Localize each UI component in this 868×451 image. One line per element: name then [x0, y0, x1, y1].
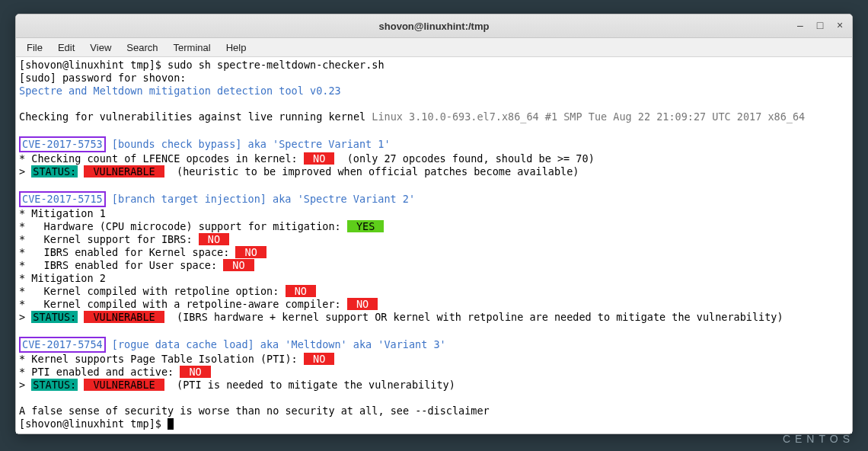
- status-prefix: >: [19, 311, 31, 323]
- yes-badge: YES: [347, 220, 385, 232]
- vulnerable-badge: VULNERABLE: [84, 379, 164, 391]
- vulnerable-badge: VULNERABLE: [84, 311, 164, 323]
- prompt: [shovon@linuxhint tmp]$: [19, 59, 168, 71]
- cve2-hw-line: * Hardware (CPU microcode) support for m…: [19, 220, 347, 232]
- desktop-branding: CENTOS: [783, 433, 854, 445]
- cve-2017-5754-desc: [rogue data cache load] aka 'Meltdown' a…: [106, 338, 446, 350]
- menu-terminal[interactable]: Terminal: [166, 40, 219, 55]
- no-badge: NO: [304, 353, 335, 365]
- mitigation-2: * Mitigation 2: [19, 272, 106, 284]
- tool-header: Spectre and Meltdown mitigation detectio…: [19, 85, 341, 97]
- status-label: STATUS:: [31, 311, 78, 323]
- cve-2017-5754-box: CVE-2017-5754: [19, 337, 106, 353]
- minimize-button[interactable]: –: [793, 18, 808, 33]
- no-badge: NO: [199, 233, 230, 245]
- cve-2017-5715-desc: [branch target injection] aka 'Spectre V…: [106, 193, 415, 205]
- no-badge: NO: [304, 152, 335, 165]
- window-title: shovon@linuxhint:/tmp: [379, 21, 490, 32]
- vulnerable-badge: VULNERABLE: [84, 165, 164, 178]
- cve2-ibrs-kernel-line: * IBRS enabled for Kernel space:: [19, 246, 235, 258]
- no-badge: NO: [347, 298, 378, 310]
- cve1-check-line: * Checking count of LFENCE opcodes in ke…: [19, 152, 304, 165]
- cve-2017-5753-id: CVE-2017-5753: [22, 138, 103, 150]
- menu-edit[interactable]: Edit: [50, 40, 82, 55]
- cve3-pti-enabled-line: * PTI enabled and active:: [19, 366, 180, 378]
- cve-2017-5753-box: CVE-2017-5753: [19, 136, 106, 152]
- maximize-button[interactable]: □: [812, 18, 828, 33]
- terminal-content[interactable]: [shovon@linuxhint tmp]$ sudo sh spectre-…: [16, 57, 852, 433]
- mitigation-1: * Mitigation 1: [19, 207, 106, 219]
- status-prefix: >: [19, 379, 31, 391]
- no-badge: NO: [286, 285, 317, 297]
- window-controls: – □ ×: [793, 18, 847, 33]
- status-label: STATUS:: [31, 379, 78, 391]
- menu-search[interactable]: Search: [119, 40, 165, 55]
- no-badge: NO: [235, 246, 266, 258]
- no-badge: NO: [180, 366, 211, 378]
- terminal-window: shovon@linuxhint:/tmp – □ × File Edit Vi…: [15, 14, 853, 434]
- cve2-ibrs-user-line: * IBRS enabled for User space:: [19, 259, 223, 271]
- cve-2017-5715-id: CVE-2017-5715: [22, 193, 103, 205]
- sudo-line: [sudo] password for shovon:: [19, 72, 186, 84]
- cve2-status-suffix: (IBRS hardware + kernel support OR kerne…: [164, 311, 783, 323]
- cve-2017-5715-box: CVE-2017-5715: [19, 191, 106, 207]
- cve3-status-suffix: (PTI is needed to mitigate the vulnerabi…: [164, 379, 455, 391]
- menu-view[interactable]: View: [82, 40, 119, 55]
- disclaimer-line: A false sense of security is worse than …: [19, 405, 490, 417]
- menu-file[interactable]: File: [19, 40, 50, 55]
- command: sudo sh spectre-meltdown-checker.sh: [168, 59, 384, 71]
- prompt: [shovon@linuxhint tmp]$: [19, 417, 168, 430]
- cve3-pti-line: * Kernel supports Page Table Isolation (…: [19, 353, 304, 365]
- cve1-status-suffix: (heuristic to be improved when official …: [164, 165, 579, 178]
- titlebar: shovon@linuxhint:/tmp – □ ×: [16, 14, 852, 38]
- menu-help[interactable]: Help: [219, 40, 254, 55]
- close-button[interactable]: ×: [832, 18, 847, 33]
- cve2-ibrs-line: * Kernel support for IBRS:: [19, 233, 199, 245]
- cursor: [168, 418, 174, 430]
- no-badge: NO: [223, 259, 254, 271]
- cve2-retpoline-line: * Kernel compiled with retpoline option:: [19, 285, 286, 297]
- kernel-info: Linux 3.10.0-693.el7.x86_64 #1 SMP Tue A…: [372, 110, 805, 123]
- cve1-check-suffix: (only 27 opcodes found, should be >= 70): [334, 152, 594, 165]
- checking-prefix: Checking for vulnerabilities against liv…: [19, 110, 372, 123]
- status-prefix: >: [19, 165, 31, 178]
- cve2-retpoline-compiler-line: * Kernel compiled with a retpoline-aware…: [19, 298, 347, 310]
- cve-2017-5753-desc: [bounds check bypass] aka 'Spectre Varia…: [106, 138, 391, 150]
- cve-2017-5754-id: CVE-2017-5754: [22, 338, 103, 350]
- status-label: STATUS:: [31, 165, 78, 178]
- menubar: File Edit View Search Terminal Help: [16, 38, 852, 57]
